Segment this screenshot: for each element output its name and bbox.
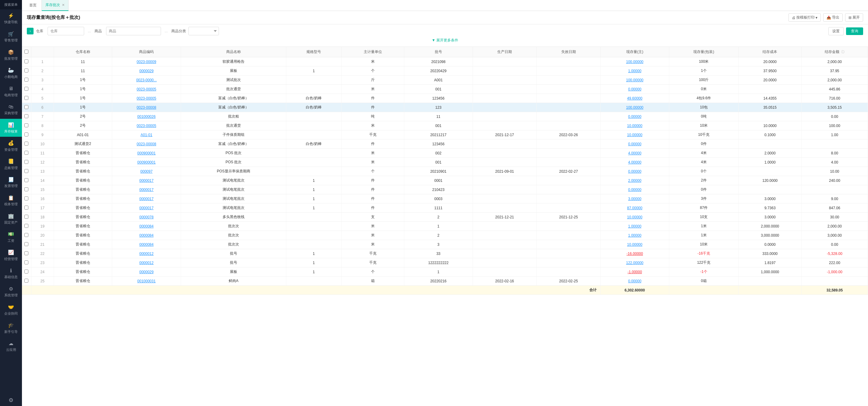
row-qty-main[interactable]: -1.00000 <box>600 267 669 276</box>
row-code[interactable]: 0023-0000... <box>112 75 181 85</box>
row-code[interactable]: 0000012 <box>112 258 181 267</box>
row-checkbox-cell[interactable] <box>22 121 31 130</box>
sidebar-item-finance[interactable]: 💰 资金管理 <box>0 137 22 155</box>
row-code[interactable]: 001000031 <box>112 276 181 286</box>
row-checkbox[interactable] <box>24 133 28 136</box>
row-checkbox[interactable] <box>24 169 28 173</box>
row-checkbox[interactable] <box>24 151 28 155</box>
row-qty-main[interactable]: 2.00000 <box>600 176 669 185</box>
row-code[interactable]: 000900001 <box>112 158 181 167</box>
row-checkbox-cell[interactable] <box>22 249 31 258</box>
row-checkbox-cell[interactable] <box>22 167 31 176</box>
row-checkbox[interactable] <box>24 224 28 228</box>
sidebar-item-collab[interactable]: 🤝 企业协同 <box>0 301 22 319</box>
row-checkbox-cell[interactable] <box>22 258 31 267</box>
row-checkbox-cell[interactable] <box>22 212 31 222</box>
tab-inventory-batch[interactable]: 库存批次 ✕ <box>42 0 69 11</box>
row-checkbox[interactable] <box>24 242 28 246</box>
row-checkbox[interactable] <box>24 142 28 145</box>
row-checkbox-cell[interactable] <box>22 149 31 158</box>
row-code[interactable]: 000900001 <box>112 149 181 158</box>
sidebar-item-nav[interactable]: ⚡ 快捷导航 <box>0 9 22 28</box>
row-qty-main[interactable]: 10.00000 <box>600 212 669 222</box>
row-qty-main[interactable]: 10.00000 <box>600 240 669 249</box>
row-code[interactable]: 001000026 <box>112 112 181 121</box>
row-checkbox[interactable] <box>24 87 28 91</box>
row-checkbox[interactable] <box>24 69 28 72</box>
row-code[interactable]: 0023-00005 <box>112 85 181 94</box>
row-checkbox[interactable] <box>24 59 28 63</box>
row-qty-main[interactable]: 0.00000 <box>600 112 669 121</box>
row-code[interactable]: 0000017 <box>112 185 181 194</box>
row-checkbox-cell[interactable] <box>22 75 31 85</box>
category-filter-select[interactable] <box>188 27 219 35</box>
sidebar-item-purchase[interactable]: 🛍 采购管理 <box>0 101 22 119</box>
sidebar-item-base-info[interactable]: ℹ 基础信息 <box>0 264 22 283</box>
row-code[interactable]: 0000084 <box>112 240 181 249</box>
product-filter-input[interactable] <box>106 27 161 35</box>
row-code[interactable]: 0000084 <box>112 222 181 231</box>
row-code[interactable]: 0023-00005 <box>112 94 181 103</box>
row-checkbox-cell[interactable] <box>22 112 31 121</box>
row-checkbox[interactable] <box>24 96 28 100</box>
tab-close-btn[interactable]: ✕ <box>62 3 65 7</box>
row-qty-main[interactable]: 1.00000 <box>600 222 669 231</box>
row-qty-main[interactable]: 0.00000 <box>600 85 669 94</box>
row-checkbox[interactable] <box>24 251 28 255</box>
row-qty-main[interactable]: -16.00000 <box>600 249 669 258</box>
sidebar-item-ledger[interactable]: 📒 总账管理 <box>0 155 22 173</box>
row-code[interactable]: 0000078 <box>112 212 181 222</box>
row-code[interactable]: 0023-00008 <box>112 139 181 149</box>
sidebar-item-ecommerce[interactable]: 🖥 电商管理 <box>0 82 22 101</box>
sidebar-item-sys-mgmt[interactable]: ⚙ 系统管理 <box>0 283 22 301</box>
row-qty-main[interactable]: 0.00000 <box>600 167 669 176</box>
row-checkbox[interactable] <box>24 78 28 81</box>
row-qty-main[interactable]: 49.60000 <box>600 94 669 103</box>
row-qty-main[interactable]: 0.00000 <box>600 276 669 286</box>
row-code[interactable]: 0000029 <box>112 66 181 75</box>
row-qty-main[interactable]: 1.00000 <box>600 231 669 240</box>
row-checkbox[interactable] <box>24 105 28 109</box>
row-checkbox-cell[interactable] <box>22 194 31 203</box>
row-qty-main[interactable]: 0.00000 <box>600 139 669 149</box>
query-btn[interactable]: 查询 <box>846 27 863 35</box>
row-checkbox-cell[interactable] <box>22 66 31 75</box>
row-checkbox[interactable] <box>24 114 28 118</box>
warehouse-filter-input[interactable] <box>48 27 84 35</box>
sidebar-item-salary[interactable]: 💵 工资 <box>0 228 22 246</box>
row-checkbox-cell[interactable] <box>22 94 31 103</box>
row-checkbox-cell[interactable] <box>22 276 31 286</box>
sidebar-item-inventory[interactable]: 📊 库存核算 <box>0 119 22 137</box>
row-checkbox-cell[interactable] <box>22 267 31 276</box>
row-checkbox-cell[interactable] <box>22 203 31 212</box>
row-qty-main[interactable]: 87.00000 <box>600 203 669 212</box>
row-qty-main[interactable]: 4.00000 <box>600 149 669 158</box>
row-checkbox-cell[interactable] <box>22 176 31 185</box>
row-qty-main[interactable]: 10.00000 <box>600 121 669 130</box>
sidebar-item-wholesale[interactable]: 📦 批发管理 <box>0 46 22 64</box>
row-checkbox-cell[interactable] <box>22 130 31 139</box>
row-checkbox-cell[interactable] <box>22 158 31 167</box>
row-code[interactable]: 000097 <box>112 167 181 176</box>
row-checkbox[interactable] <box>24 215 28 219</box>
row-code[interactable]: 0023-00005 <box>112 121 181 130</box>
row-qty-main[interactable]: 1.00000 <box>600 66 669 75</box>
filter-expand-arrow[interactable]: › <box>27 28 34 34</box>
row-checkbox[interactable] <box>24 160 28 164</box>
row-qty-main[interactable]: 0.00000 <box>600 185 669 194</box>
row-checkbox[interactable] <box>24 261 28 264</box>
row-code[interactable]: 0000017 <box>112 176 181 185</box>
row-code[interactable]: 0023-00008 <box>112 103 181 112</box>
print-template-btn[interactable]: 🖨 按模板打印 ▾ <box>788 13 821 22</box>
sidebar-search[interactable]: 搜索菜单 <box>0 0 22 9</box>
row-qty-main[interactable]: 10.00000 <box>600 130 669 139</box>
row-checkbox[interactable] <box>24 123 28 127</box>
select-all-checkbox[interactable] <box>24 49 28 54</box>
row-qty-main[interactable]: 3.00000 <box>600 194 669 203</box>
row-checkbox[interactable] <box>24 206 28 209</box>
row-code[interactable]: 0000029 <box>112 267 181 276</box>
amount-info-icon[interactable]: ⓘ <box>841 50 844 54</box>
col-checkbox[interactable] <box>22 47 31 57</box>
row-checkbox[interactable] <box>24 270 28 273</box>
sidebar-item-invoice[interactable]: 🧾 发票管理 <box>0 173 22 192</box>
